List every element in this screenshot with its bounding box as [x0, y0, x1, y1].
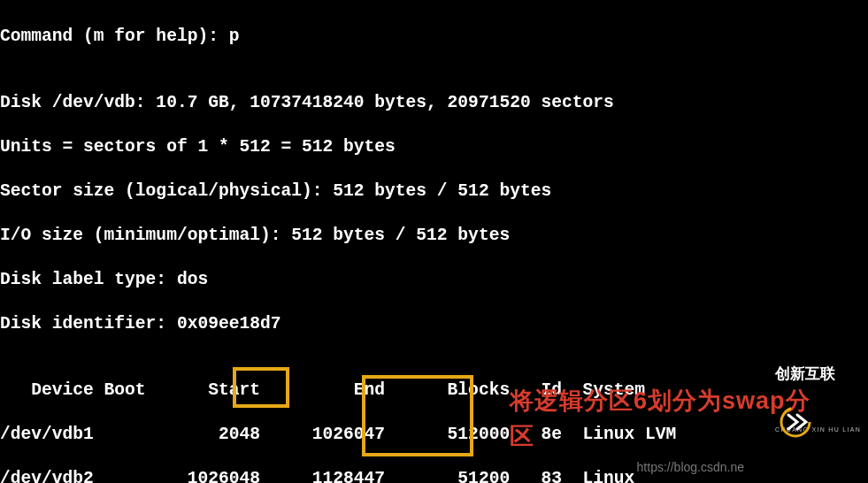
- disk-label-line: Disk label type: dos: [0, 269, 676, 291]
- disk-info-line: Disk /dev/vdb: 10.7 GB, 10737418240 byte…: [0, 92, 676, 114]
- brand-logo: 创新互联 CHUANG XIN HU LIAN: [738, 322, 861, 478]
- logo-icon: [738, 384, 770, 416]
- io-size-line: I/O size (minimum/optimal): 512 bytes / …: [0, 225, 676, 247]
- watermark-text: https://blog.csdn.ne: [637, 456, 744, 479]
- logo-text-cn: 创新互联: [775, 366, 861, 381]
- disk-identifier-line: Disk identifier: 0x09ee18d7: [0, 313, 676, 335]
- command-prompt-line[interactable]: Command (m for help): p: [0, 26, 676, 48]
- sector-size-line: Sector size (logical/physical): 512 byte…: [0, 180, 676, 203]
- units-line: Units = sectors of 1 * 512 = 512 bytes: [0, 136, 676, 158]
- partition-row: /dev/vdb2 1026048 1128447 51200 83 Linux: [0, 468, 676, 483]
